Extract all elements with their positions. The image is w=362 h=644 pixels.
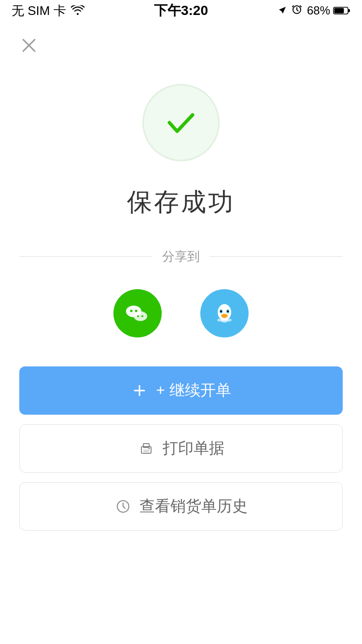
status-time: 下午3:20	[154, 1, 208, 20]
svg-point-10	[137, 315, 139, 317]
status-bar: 无 SIM 卡 下午3:20 68%	[0, 0, 362, 21]
location-icon	[278, 4, 287, 17]
alarm-icon	[292, 4, 302, 17]
svg-point-17	[221, 314, 228, 318]
svg-point-7	[130, 310, 133, 312]
svg-point-11	[141, 315, 143, 317]
svg-rect-2	[348, 9, 350, 12]
wechat-icon	[123, 299, 152, 328]
history-button-text: 查看销货单历史	[139, 496, 248, 517]
svg-point-20	[227, 319, 232, 322]
qq-share-button[interactable]	[200, 289, 249, 337]
check-icon	[162, 103, 200, 142]
print-icon	[138, 440, 155, 457]
plus-icon	[131, 382, 148, 399]
share-divider: 分享到	[19, 248, 343, 265]
svg-point-16	[227, 310, 229, 312]
svg-point-12	[218, 304, 231, 321]
svg-point-15	[220, 310, 222, 312]
svg-point-9	[134, 311, 147, 321]
history-button[interactable]: 查看销货单历史	[19, 482, 343, 531]
wechat-share-button[interactable]	[113, 289, 162, 337]
action-buttons: + 继续开单 打印单据 查看销货单历史	[19, 366, 343, 531]
wifi-icon	[71, 3, 84, 18]
svg-rect-23	[143, 449, 149, 452]
battery-percent: 68%	[307, 4, 330, 17]
close-button[interactable]	[14, 31, 43, 60]
share-section: 分享到	[19, 248, 343, 337]
continue-button[interactable]: + 继续开单	[19, 366, 343, 415]
battery-block: 68%	[307, 4, 350, 17]
clock-icon	[114, 498, 132, 515]
svg-rect-3	[334, 8, 344, 14]
carrier-text: 无 SIM 卡	[12, 2, 66, 19]
status-right: 68%	[278, 4, 350, 17]
print-button[interactable]: 打印单据	[19, 424, 343, 473]
main-content: 保存成功 分享到	[0, 60, 362, 644]
print-button-text: 打印单据	[163, 438, 224, 459]
status-left: 无 SIM 卡	[12, 2, 84, 19]
qq-icon	[210, 299, 239, 328]
share-icons	[19, 289, 343, 337]
continue-button-text: + 继续开单	[156, 380, 231, 401]
svg-point-8	[135, 310, 138, 312]
share-label: 分享到	[162, 248, 200, 265]
success-icon-circle	[142, 84, 220, 161]
svg-point-19	[217, 319, 222, 322]
svg-point-24	[149, 448, 150, 449]
success-title: 保存成功	[127, 185, 235, 219]
